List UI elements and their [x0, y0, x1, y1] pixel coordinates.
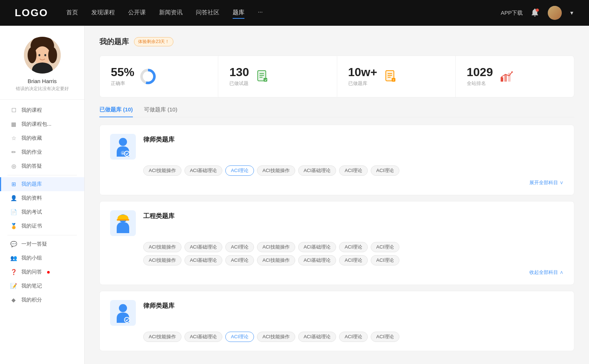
eng-tag-r1-2[interactable]: ACI理论 — [225, 242, 254, 252]
sidebar-item-my-qa[interactable]: ❓ 我的问答 — [0, 265, 84, 279]
eng-tag-r2-3[interactable]: ACI技能操作 — [257, 255, 295, 265]
doc-green-icon — [256, 70, 269, 83]
nav-more[interactable]: ··· — [258, 7, 262, 19]
lawyer-avatar-icon — [114, 137, 132, 157]
sidebar-item-qbank[interactable]: ⊞ 我的题库 — [0, 177, 84, 191]
sidebar-item-1on1[interactable]: 💬 一对一答疑 — [0, 237, 84, 251]
svg-point-31 — [119, 304, 127, 312]
sidebar-item-exam[interactable]: 📄 我的考试 — [0, 205, 84, 219]
sidebar-divider-1 — [7, 175, 77, 175]
nav-qbank[interactable]: 题库 — [233, 7, 244, 19]
qbank-engineer-icon — [110, 210, 136, 236]
group-icon: 👥 — [10, 255, 17, 261]
eng-tag-r2-6[interactable]: ACI理论 — [371, 255, 399, 265]
qbank-card-lawyer-1: 律师类题库 ACI技能操作 ACI基础理论 ACI理论 ACI技能操作 ACI基… — [99, 125, 574, 195]
tag-0[interactable]: ACI技能操作 — [143, 165, 181, 176]
tab-done[interactable]: 已做题库 (10) — [99, 106, 133, 117]
eng-tag-r2-1[interactable]: ACI基础理论 — [184, 255, 223, 265]
l2-tag-1[interactable]: ACI基础理论 — [184, 332, 223, 342]
sidebar-item-certificate[interactable]: 🏅 我的证书 — [0, 219, 84, 233]
eng-tag-r1-5[interactable]: ACI理论 — [339, 242, 368, 252]
sidebar-item-profile[interactable]: 👤 我的资料 — [0, 191, 84, 205]
l2-tag-4[interactable]: ACI基础理论 — [298, 332, 336, 342]
l2-tag-2[interactable]: ACI理论 — [225, 332, 254, 342]
avatar — [24, 37, 61, 74]
svg-text:≡: ≡ — [392, 78, 394, 82]
collapse-engineer[interactable]: 收起全部科目 ∧ — [110, 269, 564, 276]
page-header: 我的题库 体验剩余23天！ — [99, 37, 574, 47]
tag-5[interactable]: ACI理论 — [339, 165, 368, 176]
qbank-tags-lawyer-1: ACI技能操作 ACI基础理论 ACI理论 ACI技能操作 ACI基础理论 AC… — [143, 165, 564, 176]
sidebar-item-my-course[interactable]: ☐ 我的课程 — [0, 103, 84, 117]
app-download-button[interactable]: APP下载 — [501, 10, 523, 17]
sidebar-item-group[interactable]: 👥 我的小组 — [0, 251, 84, 265]
l2-tag-6[interactable]: ACI理论 — [371, 332, 399, 342]
eng-tag-r1-6[interactable]: ACI理论 — [371, 242, 399, 252]
tag-2[interactable]: ACI理论 — [225, 165, 254, 176]
lawyer-avatar-icon-2 — [114, 303, 132, 323]
nav-open-course[interactable]: 公开课 — [128, 7, 146, 19]
stats-row: 55% 正确率 130 已做试题 — [99, 56, 574, 97]
svg-rect-14 — [264, 78, 267, 82]
l2-tag-0[interactable]: ACI技能操作 — [143, 332, 181, 342]
user-avatar[interactable] — [548, 6, 562, 20]
banks-icon: ≡ — [383, 69, 399, 84]
stat-banks: 10w+ 已做题库 ≡ — [337, 56, 456, 97]
eng-tag-r1-0[interactable]: ACI技能操作 — [143, 242, 181, 252]
sidebar-menu: ☐ 我的课程 ▦ 我的课程包... ☆ 我的收藏 ✏ 我的作业 ◎ 我的答疑 — [0, 100, 84, 311]
l2-tag-3[interactable]: ACI技能操作 — [257, 332, 295, 342]
eng-tag-r2-0[interactable]: ACI技能操作 — [143, 255, 181, 265]
qbank-lawyer-icon-1 — [110, 134, 136, 160]
expand-lawyer-1[interactable]: 展开全部科目 ∨ — [110, 179, 564, 186]
user-dropdown-arrow[interactable]: ▼ — [569, 10, 574, 16]
sidebar-label-course-package: 我的课程包... — [21, 121, 52, 128]
homework-icon: ✏ — [10, 149, 17, 156]
stat-rank-value: 1029 — [467, 66, 493, 78]
stat-banks-label: 已做题库 — [348, 80, 377, 87]
svg-rect-30 — [117, 219, 129, 221]
tag-6[interactable]: ACI理论 — [371, 165, 399, 176]
cert-icon: 🏅 — [10, 223, 17, 229]
sidebar-item-favorites[interactable]: ☆ 我的收藏 — [0, 131, 84, 145]
sidebar-label-profile: 我的资料 — [21, 195, 42, 201]
tag-3[interactable]: ACI技能操作 — [257, 165, 295, 176]
nav-menu: 首页 发现课程 公开课 新闻资讯 问答社区 题库 ··· — [66, 7, 501, 19]
accuracy-donut-chart — [140, 69, 156, 84]
tag-1[interactable]: ACI基础理论 — [184, 165, 223, 176]
sidebar-item-points[interactable]: ◆ 我的积分 — [0, 293, 84, 307]
qbank-card-lawyer-2: 律师类题库 ACI技能操作 ACI基础理论 ACI理论 ACI技能操作 ACI基… — [99, 291, 574, 351]
eng-tag-r1-3[interactable]: ACI技能操作 — [257, 242, 295, 252]
nav-home[interactable]: 首页 — [66, 7, 78, 19]
notification-bell[interactable] — [530, 8, 540, 18]
sidebar-label-points: 我的积分 — [21, 297, 42, 303]
eng-tag-r2-2[interactable]: ACI理论 — [225, 255, 254, 265]
page-layout: Brian Harris 错误的决定比没有决定要好 ☐ 我的课程 ▦ 我的课程包… — [0, 26, 589, 364]
svg-point-7 — [38, 54, 40, 56]
nav-discover[interactable]: 发现课程 — [91, 7, 115, 19]
svg-point-4 — [28, 47, 36, 63]
sidebar-item-qa[interactable]: ◎ 我的答疑 — [0, 159, 84, 173]
nav-right: APP下载 ▼ — [501, 6, 574, 20]
sidebar-label-my-qa: 我的问答 — [21, 269, 42, 275]
rank-icon — [499, 69, 514, 84]
l2-tag-5[interactable]: ACI理论 — [339, 332, 368, 342]
nav-qa[interactable]: 问答社区 — [196, 7, 219, 19]
eng-tag-r2-5[interactable]: ACI理论 — [339, 255, 368, 265]
stat-rank-label: 全站排名 — [467, 80, 493, 87]
sidebar-item-course-package[interactable]: ▦ 我的课程包... — [0, 117, 84, 131]
sidebar-item-notes[interactable]: 📝 我的笔记 — [0, 279, 84, 293]
sidebar-item-homework[interactable]: ✏ 我的作业 — [0, 145, 84, 159]
tab-available[interactable]: 可做题库 (10) — [144, 106, 177, 117]
stat-questions-value: 130 — [229, 66, 249, 78]
qbank-lawyer-icon-2 — [110, 300, 136, 326]
eng-tag-r2-4[interactable]: ACI基础理论 — [298, 255, 336, 265]
logo[interactable]: LOGO — [15, 7, 48, 19]
nav-news[interactable]: 新闻资讯 — [159, 7, 183, 19]
svg-point-28 — [124, 151, 130, 156]
qbank-card-engineer: 工程类题库 ACI技能操作 ACI基础理论 ACI理论 ACI技能操作 ACI基… — [99, 201, 574, 285]
stat-questions: 130 已做试题 — [218, 56, 337, 97]
svg-point-5 — [48, 47, 57, 63]
eng-tag-r1-1[interactable]: ACI基础理论 — [184, 242, 223, 252]
tag-4[interactable]: ACI基础理论 — [298, 165, 336, 176]
eng-tag-r1-4[interactable]: ACI基础理论 — [298, 242, 336, 252]
